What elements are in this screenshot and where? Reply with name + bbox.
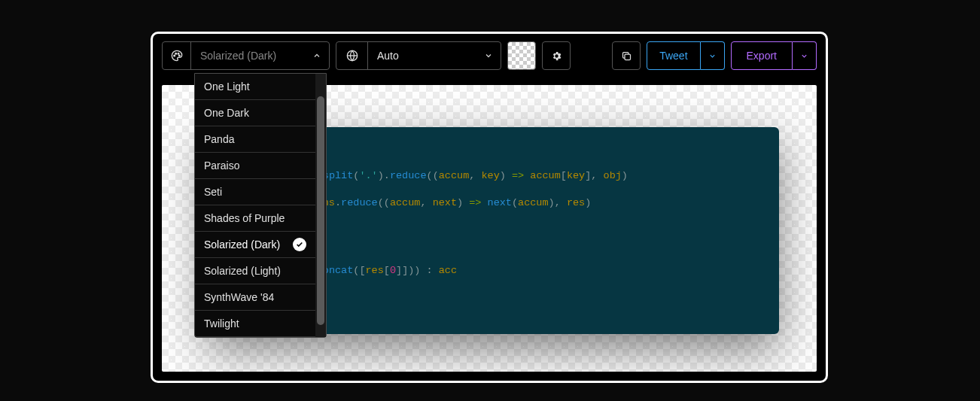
theme-option[interactable]: Seti: [195, 179, 315, 205]
tweet-button[interactable]: Tweet: [647, 41, 700, 70]
chevron-down-icon: [800, 52, 808, 60]
theme-option[interactable]: Twilight: [195, 311, 315, 337]
svg-point-0: [173, 55, 175, 56]
theme-option-label: Seti: [204, 186, 222, 198]
theme-option[interactable]: Panda: [195, 126, 315, 153]
language-label: Auto: [368, 50, 476, 62]
toolbar: Solarized (Dark) Auto Tweet: [153, 34, 826, 77]
export-group: Export: [731, 41, 817, 70]
theme-select[interactable]: Solarized (Dark): [162, 41, 330, 70]
theme-option[interactable]: Paraiso: [195, 153, 315, 179]
theme-label: Solarized (Dark): [191, 50, 305, 62]
check-icon: [293, 238, 306, 251]
theme-option-label: Paraiso: [204, 159, 239, 172]
svg-point-2: [178, 53, 179, 54]
chevron-down-icon: [708, 52, 717, 60]
copy-icon: [621, 50, 632, 62]
theme-option-label: Twilight: [204, 317, 239, 330]
export-dropdown[interactable]: [793, 41, 817, 70]
theme-dropdown-list: One Light One Dark Panda Paraiso Seti Sh…: [195, 74, 315, 337]
background-swatch[interactable]: [507, 41, 536, 70]
theme-option-label: Panda: [204, 133, 234, 145]
theme-option-selected[interactable]: Solarized (Dark): [195, 232, 315, 258]
theme-option-label: One Dark: [204, 107, 249, 119]
theme-option-label: One Light: [204, 81, 250, 93]
svg-point-1: [175, 53, 176, 54]
app-panel: Solarized (Dark) Auto Tweet: [151, 32, 828, 383]
theme-option[interactable]: SynthWave '84: [195, 284, 315, 311]
svg-point-3: [178, 55, 180, 56]
tweet-group: Tweet: [647, 41, 724, 70]
svg-rect-6: [625, 54, 631, 60]
palette-icon: [163, 42, 191, 69]
chevron-down-icon: [476, 51, 501, 60]
chevron-up-icon: [305, 51, 329, 60]
language-select[interactable]: Auto: [336, 41, 501, 70]
tweet-dropdown[interactable]: [701, 41, 725, 70]
theme-option[interactable]: One Dark: [195, 100, 315, 126]
export-button[interactable]: Export: [731, 41, 793, 70]
globe-icon: [336, 42, 368, 69]
theme-dropdown: One Light One Dark Panda Paraiso Seti Sh…: [194, 73, 327, 338]
copy-button[interactable]: [612, 41, 641, 70]
settings-button[interactable]: [542, 41, 571, 70]
theme-option-label: Solarized (Light): [204, 265, 281, 277]
theme-option[interactable]: Shades of Purple: [195, 205, 315, 232]
theme-option-label: Shades of Purple: [204, 212, 285, 224]
theme-option-label: SynthWave '84: [204, 291, 274, 303]
dropdown-scrollbar[interactable]: [315, 74, 326, 337]
theme-option[interactable]: Solarized (Light): [195, 258, 315, 284]
theme-option-label: Solarized (Dark): [204, 238, 280, 251]
theme-option[interactable]: One Light: [195, 74, 315, 100]
scroll-thumb[interactable]: [317, 96, 324, 325]
gear-icon: [551, 50, 562, 62]
